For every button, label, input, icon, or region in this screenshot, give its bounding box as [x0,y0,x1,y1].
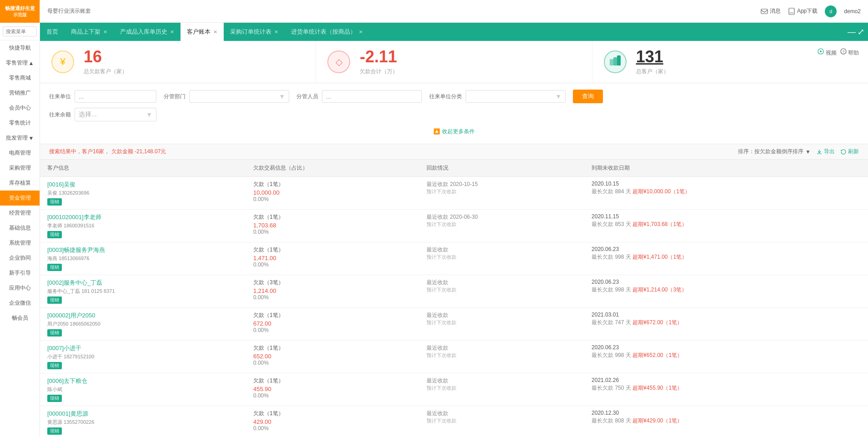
cell-due-date: 2020.10.15 最长欠款 884 天 超期¥10,000.00（1笔） [584,177,868,210]
customer-name-link[interactable]: [0002]服务中心_丁磊 [47,279,239,287]
tab-purchase-stats[interactable]: 进货单统计表（按商品） ✕ [285,23,369,41]
sidebar-item-inventory[interactable]: 库存核算 [0,176,40,191]
total-customers-number: 131 [636,49,811,65]
customer-contact: 海燕 18513066976 [47,255,239,262]
tab-customer-ledger[interactable]: 客户账本 ✕ [181,23,224,41]
sidebar-item-retail-mgmt[interactable]: 零售管理 ▲ [0,55,40,70]
refresh-btn[interactable]: 刷新 [840,148,859,156]
search-button[interactable]: 查询 [573,90,603,103]
username-label[interactable]: demo2 [844,8,861,15]
debt-amount: 10,000.00 [253,189,412,196]
sidebar-item-retail-mall[interactable]: 零售商城 [0,70,40,85]
sidebar-item-operations[interactable]: 经营管理 [0,206,40,221]
sidebar-item-vip[interactable]: 畅会员 [0,311,40,326]
filter-input-category[interactable]: ▼ [466,90,566,103]
customer-name-link[interactable]: [000001]黄思源 [47,410,239,418]
overdue-amount-link[interactable]: 超期¥672.00（1笔） [632,319,682,326]
sidebar-item-wholesale-mgmt[interactable]: 批发管理 ▼ [0,131,40,146]
cell-debt-info: 欠款（1笔） 10,000.00 0.00% [246,177,419,210]
user-avatar[interactable]: d [825,5,837,17]
summary-content-2: -2.11 欠款合计（万） [360,49,582,75]
tab-close-icon[interactable]: ✕ [213,29,217,35]
sidebar-item-retail-stats[interactable]: 零售统计 [0,116,40,131]
sidebar-item-app-center[interactable]: 应用中心 [0,281,40,296]
last-collection-date: 最近收款 2020-06-30 [426,213,577,221]
tab-purchase-order[interactable]: 采购订单统计表 ✕ [224,23,285,41]
export-btn[interactable]: 导出 [816,148,835,156]
debt-ratio: 0.00% [253,229,412,235]
sidebar-item-finance[interactable]: 资金管理 [0,191,40,206]
message-btn[interactable]: 消息 [761,7,781,15]
filter-input-balance[interactable]: 选择... ▼ [75,108,156,121]
cell-debt-info: 欠款（1笔） 429.00 0.00% [246,406,419,437]
filter-area: 往来单位 ... 分管部门 ▼ 分管人员 ... 往来单位分类 [40,83,868,144]
overdue-amount-link[interactable]: 超期¥1,471.00（1笔） [632,254,687,260]
filter-label-unit: 往来单位 [49,93,71,100]
sidebar-item-marketing[interactable]: 营销推广 [0,85,40,100]
results-actions: 排序：按欠款金额倒序排序 ▼ 导出 刷新 [738,148,859,156]
debt-count: 欠款（1笔） [253,213,412,221]
filter-input-person[interactable]: ... [322,90,422,103]
customer-name-link[interactable]: [0001020001]李老师 [47,213,239,221]
svg-rect-10 [617,55,621,65]
main-content: 母婴行业演示账套 消息 App下载 d demo2 首页 商品上下架 ✕ 产成品… [40,0,868,437]
overdue-amount-link[interactable]: 超期¥455.90（1笔） [632,385,682,391]
customer-name-link[interactable]: [0016]吴俊 [47,181,239,189]
overdue-amount-link[interactable]: 超期¥652.00（1笔） [632,352,682,358]
sidebar-item-enterprise-collab[interactable]: 企业协同 [0,251,40,266]
cell-recovery: 最近收款 预计下次收款 [419,406,584,437]
tab-finished-product[interactable]: 产成品入库单历史 ✕ [114,23,181,41]
summary-content-1: 16 总欠款客户（家） [84,49,306,75]
tab-close-icon[interactable]: ✕ [103,29,107,35]
overdue-amount-link[interactable]: 超期¥429.00（1笔） [632,417,682,424]
last-collection-date: 最近收款 [426,377,577,385]
tab-home[interactable]: 首页 [40,23,65,41]
table-row: [0001020001]李老师 李老师 18600391516 现销 欠款（1笔… [40,210,868,242]
tab-close-icon[interactable]: ✕ [274,29,278,35]
overdue-days: 最长欠款 998 天 超期¥1,471.00（1笔） [592,253,861,261]
cell-customer-info: [0002]服务中心_丁磊 服务中心_丁磊 181 0125 8371 现销 [40,275,246,308]
summary-card-total-customers: 131 总客户（家） 视频 ? 帮助 [592,41,868,83]
filter-collapse-btn[interactable]: 🔼 收起更多条件 [49,126,859,137]
customer-table: 客户信息 欠款交易信息（占比） 回款情况 到期未收款日期 [0016]吴俊 吴俊… [40,160,868,437]
svg-text:◇: ◇ [336,57,343,67]
sidebar-item-shortcuts[interactable]: 快捷导航 [0,40,40,55]
debt-total-number: -2.11 [360,49,582,65]
summary-card-debt-total: ◇ -2.11 欠款合计（万） [316,41,592,83]
tab-product-listing[interactable]: 商品上下架 ✕ [65,23,114,41]
overdue-amount-link[interactable]: 超期¥1,703.68（1笔） [632,221,687,227]
sidebar-item-beginner[interactable]: 新手引导 [0,266,40,281]
sort-select[interactable]: 排序：按欠款金额倒序排序 ▼ [738,148,811,156]
tabs-maximize-btn[interactable]: ⤢ [858,27,864,37]
customer-name-link[interactable]: [0006]去下粮仓 [47,377,239,385]
sidebar-item-members[interactable]: 会员中心 [0,100,40,116]
menu-search-container [0,23,40,40]
sidebar-item-purchase[interactable]: 采购管理 [0,161,40,176]
due-date-value: 2020.12.30 [592,410,861,416]
filter-input-unit[interactable]: ... [75,90,156,103]
sidebar-item-system[interactable]: 系统管理 [0,236,40,251]
customer-tag: 现销 [47,198,62,206]
filter-row-1: 往来单位 ... 分管部门 ▼ 分管人员 ... 往来单位分类 [49,90,859,103]
due-date-value: 2020.11.15 [592,213,861,220]
customer-name-link[interactable]: [0007]小进干 [47,344,239,352]
sidebar-item-wechat-work[interactable]: 企业微信 [0,296,40,311]
filter-label-dept: 分管部门 [164,93,186,100]
customer-name-link[interactable]: [000002]用户2050 [47,311,239,320]
overdue-amount-link[interactable]: 超期¥1,214.00（3笔） [632,286,687,293]
tab-close-icon[interactable]: ✕ [170,29,174,35]
tab-close-icon[interactable]: ✕ [359,29,363,35]
overdue-amount-link[interactable]: 超期¥10,000.00（1笔） [632,188,690,195]
menu-search-input[interactable] [3,26,37,36]
app-download-btn[interactable]: App下载 [788,7,818,15]
sidebar-item-ecommerce[interactable]: 电商管理 [0,146,40,161]
filter-input-dept[interactable]: ▼ [189,90,289,103]
customer-name-link[interactable]: [0003]畅捷服务尹海燕 [47,246,239,254]
help-btn[interactable]: ? 帮助 [840,48,859,57]
debt-count: 欠款（1笔） [253,181,412,188]
video-btn[interactable]: 视频 [818,48,836,57]
table-row: [0002]服务中心_丁磊 服务中心_丁磊 181 0125 8371 现销 欠… [40,275,868,308]
sidebar-item-basic-info[interactable]: 基础信息 [0,221,40,236]
tabs-minimize-btn[interactable]: — [848,27,856,37]
results-bar: 搜索结果中，客户16家， 欠款金额 -21,148.07元 排序：按欠款金额倒序… [40,144,868,160]
